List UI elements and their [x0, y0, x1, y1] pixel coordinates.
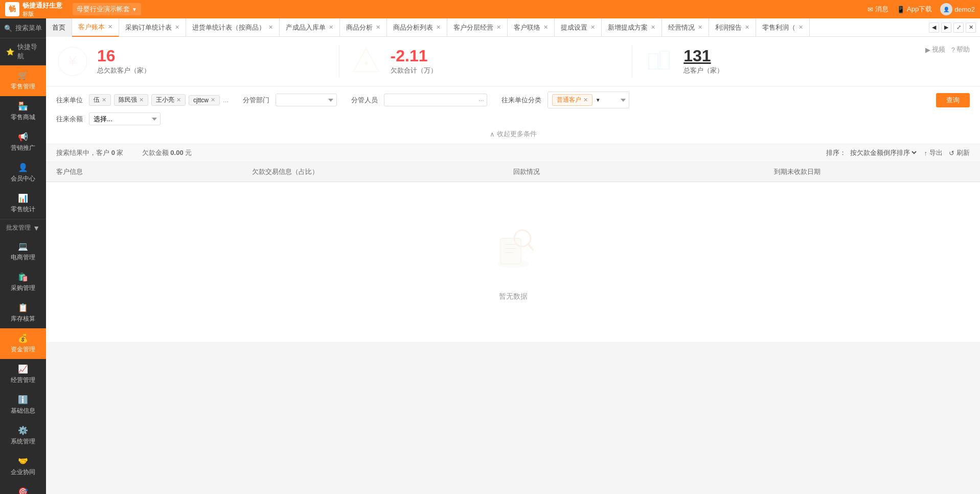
- tab-close-retail-profit[interactable]: ✕: [799, 24, 803, 31]
- table-col-customer: 客户信息: [56, 167, 252, 176]
- dept-select[interactable]: [276, 94, 337, 106]
- tab-home[interactable]: 首页: [46, 18, 72, 37]
- tab-close-contact[interactable]: ✕: [543, 24, 548, 31]
- unit-type-select[interactable]: 普通客户 ✕ ▼: [548, 92, 629, 108]
- stat-info-customers: 16 总欠款客户（家）: [97, 48, 150, 75]
- main-layout: 🔍 搜索菜单 ⭐ 快捷导航 🛒 零售管理 🏪 零售商城 📢 营销推广 👤: [0, 18, 980, 494]
- sidebar-item-enterprise-collab[interactable]: 🤝 企业协同: [0, 451, 46, 482]
- sidebar-item-operations[interactable]: 📈 经营管理: [0, 359, 46, 390]
- tab-production-inbound[interactable]: 产成品入库单 ✕: [280, 18, 340, 37]
- sidebar-item-batch-management[interactable]: 批发管理 ▼: [0, 219, 46, 236]
- balance-label: 往来余额: [56, 115, 83, 124]
- sort-label: 排序： 按欠款金额倒序排序: [826, 148, 918, 158]
- top-bar-right: ✉ 消息 📱 App下载 👤 demo2: [868, 3, 975, 15]
- tab-close-all[interactable]: ✕: [966, 23, 976, 33]
- stat-label-total: 总客户（家）: [683, 66, 723, 75]
- tab-close-customer-segment[interactable]: ✕: [496, 24, 501, 31]
- tab-close-product-analysis[interactable]: ✕: [376, 24, 380, 31]
- tab-bar: 首页 客户账本 ✕ 采购订单统计表 ✕ 进货单统计表（按商品） ✕ 产成品入库单…: [46, 18, 980, 37]
- sidebar-quick-nav[interactable]: ⭐ 快捷导航: [0, 38, 46, 65]
- close-tag-wu[interactable]: ✕: [102, 97, 106, 103]
- svg-text:✦: ✦: [362, 58, 370, 69]
- tab-close-advance[interactable]: ✕: [590, 24, 595, 31]
- tab-purchase-order-stat[interactable]: 采购订单统计表 ✕: [119, 18, 186, 37]
- export-icon: ↑: [924, 149, 928, 157]
- tab-advance-settings[interactable]: 提成设置 ✕: [555, 18, 602, 37]
- tab-expand[interactable]: ⤢: [953, 23, 964, 33]
- refresh-btn[interactable]: ↺ 刷新: [949, 148, 970, 158]
- sort-select[interactable]: 按欠款金额倒序排序: [848, 148, 918, 157]
- tab-close-purchase-order[interactable]: ✕: [175, 24, 179, 31]
- tab-close-customer-book[interactable]: ✕: [108, 24, 112, 30]
- tab-customer-contact[interactable]: 客户联络 ✕: [508, 18, 555, 37]
- sidebar-item-retail-shop[interactable]: 🏪 零售商城: [0, 96, 46, 127]
- unit-type-label: 往来单位分类: [502, 96, 541, 105]
- video-help-btn[interactable]: ▶ 视频: [925, 45, 945, 54]
- collab-icon: 🤝: [18, 456, 28, 466]
- unit-more-btn[interactable]: ...: [223, 96, 229, 104]
- sidebar-item-new-user-guide[interactable]: 🎯 新手引导: [0, 482, 46, 494]
- tab-close-product-list[interactable]: ✕: [436, 24, 441, 31]
- sidebar-search[interactable]: 🔍 搜索菜单: [0, 18, 46, 38]
- stat-value-customers: 16: [97, 48, 150, 64]
- refresh-icon: ↺: [949, 149, 954, 157]
- svg-text:¥: ¥: [69, 53, 77, 69]
- sidebar-item-retail-stats[interactable]: 📊 零售统计: [0, 188, 46, 219]
- message-btn[interactable]: ✉ 消息: [868, 5, 888, 14]
- content-area: 首页 客户账本 ✕ 采购订单统计表 ✕ 进货单统计表（按商品） ✕ 产成品入库单…: [46, 18, 980, 494]
- collapse-more-btn[interactable]: ∧ 收起更多条件: [490, 129, 537, 139]
- sidebar-item-system[interactable]: ⚙️ 系统管理: [0, 420, 46, 451]
- sidebar-item-ecommerce[interactable]: 💻 电商管理: [0, 236, 46, 267]
- sidebar-item-marketing[interactable]: 📢 营销推广: [0, 127, 46, 158]
- sidebar-item-member-center[interactable]: 👤 会员中心: [0, 158, 46, 188]
- svg-rect-5: [660, 51, 669, 69]
- person-input-more[interactable]: ···: [478, 96, 484, 104]
- stat-info-amount: -2.11 欠款合计（万）: [391, 48, 437, 75]
- unit-type-wrap: 普通客户 ✕ ▼: [548, 92, 629, 108]
- close-unit-type[interactable]: ✕: [583, 97, 588, 103]
- close-tag-chen[interactable]: ✕: [139, 97, 144, 103]
- tab-customer-segment[interactable]: 客户分层经营 ✕: [447, 18, 508, 37]
- account-dropdown[interactable]: 母婴行业演示帐套 ▼: [73, 3, 141, 15]
- tab-scroll-right[interactable]: ▶: [941, 23, 951, 33]
- query-btn[interactable]: 查询: [936, 93, 970, 107]
- tab-purchase-inventory-stat[interactable]: 进货单统计表（按商品） ✕: [186, 18, 280, 37]
- tab-scroll-left[interactable]: ◀: [929, 23, 939, 33]
- sidebar-item-purchase[interactable]: 🛍️ 采购管理: [0, 267, 46, 298]
- tab-close-business[interactable]: ✕: [698, 24, 702, 31]
- dept-select-wrap: [276, 94, 337, 106]
- tab-product-analysis-list[interactable]: 商品分析列表 ✕: [387, 18, 447, 37]
- sidebar-item-basic-info[interactable]: ℹ️ 基础信息: [0, 390, 46, 420]
- guide-icon: 🎯: [18, 487, 28, 494]
- tab-profit-report[interactable]: 利润报告 ✕: [709, 18, 756, 37]
- tab-close-profit[interactable]: ✕: [745, 24, 749, 31]
- balance-select[interactable]: 选择...: [89, 113, 161, 125]
- tab-business-situation[interactable]: 经营情况 ✕: [662, 18, 709, 37]
- sidebar-item-inventory[interactable]: 📋 库存核算: [0, 298, 46, 328]
- balance-select-wrap: 选择...: [89, 113, 161, 125]
- tab-close-new-advance[interactable]: ✕: [651, 24, 655, 31]
- stat-label-amount: 欠款合计（万）: [391, 66, 437, 75]
- sidebar-item-fund-management[interactable]: 💰 资金管理: [0, 328, 46, 359]
- stat-overdue-customers: ¥ 16 总欠款客户（家）: [56, 45, 339, 78]
- tab-new-advance-plan[interactable]: 新增提成方案 ✕: [602, 18, 662, 37]
- filter-row-1: 往来单位 伍 ✕ 陈民强 ✕ 王小亮: [56, 92, 970, 108]
- tab-retail-profit[interactable]: 零售利润（ ✕: [756, 18, 810, 37]
- export-btn[interactable]: ↑ 导出: [924, 148, 943, 158]
- tab-close-inventory[interactable]: ✕: [268, 24, 273, 31]
- svg-line-13: [528, 244, 533, 250]
- user-menu[interactable]: 👤 demo2: [940, 3, 975, 15]
- overdue-customers-icon: ¥: [56, 45, 89, 78]
- tab-close-production[interactable]: ✕: [329, 24, 333, 31]
- tab-customer-book[interactable]: 客户账本 ✕: [72, 18, 119, 37]
- logo-icon: 畅: [5, 2, 19, 16]
- close-tag-cjttcw[interactable]: ✕: [211, 97, 215, 103]
- help-btn[interactable]: ? 帮助: [951, 45, 970, 54]
- sidebar-item-retail-management[interactable]: 🛒 零售管理: [0, 65, 46, 96]
- message-icon: ✉: [868, 6, 873, 13]
- app-download-btn[interactable]: 📱 App下载: [897, 5, 932, 14]
- close-tag-wang[interactable]: ✕: [176, 97, 181, 103]
- tab-product-analysis[interactable]: 商品分析 ✕: [340, 18, 387, 37]
- top-bar: 畅 畅捷通好生意 标版 母婴行业演示帐套 ▼ ✉ 消息 📱 App下载 👤 de…: [0, 0, 980, 18]
- person-input[interactable]: [384, 94, 487, 106]
